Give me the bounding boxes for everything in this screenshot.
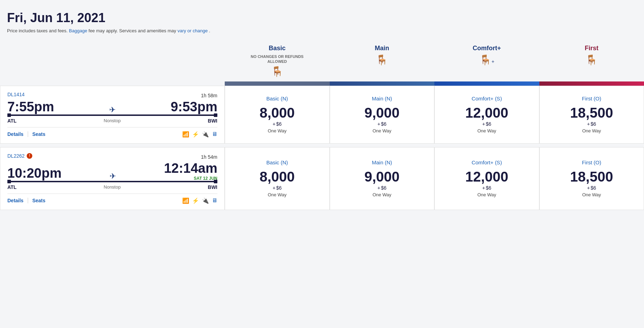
details-link-1[interactable]: Details <box>7 131 28 137</box>
stops-2: Nonstop <box>104 184 120 190</box>
warning-icon-2: ! <box>27 153 32 159</box>
one-way-2-comfort: One Way <box>477 192 496 197</box>
fare-class-2-main: Main (N) <box>372 159 392 165</box>
flight-number-1: DL1414 <box>7 92 25 97</box>
flight-route-1: ATL Nonstop BWI <box>7 114 217 124</box>
plus-fee-2-first: + $6 <box>587 185 596 191</box>
one-way-1-basic: One Way <box>268 128 287 133</box>
wifi-icon-2: 📶 <box>182 197 189 204</box>
one-way-1-first: One Way <box>582 128 601 133</box>
route-labels-1: ATL Nonstop BWI <box>7 118 217 124</box>
color-bar-basic <box>225 81 330 86</box>
price-note-mid: fee may apply. Services and amenities ma… <box>88 28 177 33</box>
details-link-2[interactable]: Details <box>7 198 28 203</box>
baggage-link[interactable]: Baggage <box>69 28 87 33</box>
times-row-1: 7:55pm ✈ 9:53pm <box>7 99 217 114</box>
col-header-basic: Basic NO CHANGES OR REFUNDSALLOWED 🪑 <box>225 40 330 81</box>
one-way-1-comfort: One Way <box>477 128 496 133</box>
screen-icon: 🖥 <box>212 131 217 138</box>
col-title-main: Main <box>333 45 432 52</box>
destination-2: BWI <box>208 184 217 190</box>
flight-footer-1: Details Seats 📶 ⚡ 🔌 🖥 <box>7 127 217 138</box>
price-cell-1-comfort[interactable]: Comfort+ (S) 12,000 + $6 One Way <box>434 86 539 144</box>
arrive-time-2: 12:14am <box>164 161 217 176</box>
miles-2-comfort: 12,000 <box>465 170 508 184</box>
one-way-2-basic: One Way <box>268 192 287 197</box>
color-bar-first <box>539 81 644 86</box>
depart-time-1: 7:55pm <box>7 99 54 114</box>
col-title-first: First <box>542 45 642 52</box>
price-note: Price includes taxes and fees. Baggage f… <box>7 28 637 33</box>
plane-icon-2: ✈ <box>61 172 164 181</box>
flight-number-row-1: DL1414 1h 58m <box>7 92 217 99</box>
price-cell-1-main[interactable]: Main (N) 9,000 + $6 One Way <box>330 86 435 144</box>
plus-fee-2-main: + $6 <box>377 185 387 191</box>
miles-2-main: 9,000 <box>364 170 400 184</box>
first-seat-icon: 🪑 <box>542 54 642 66</box>
price-cell-2-main[interactable]: Main (N) 9,000 + $6 One Way <box>330 147 435 210</box>
flight-info-2: DL2262 ! 1h 54m 10:20pm ✈ 12:14am SAT 12… <box>0 147 225 210</box>
fee-1-comfort: $6 <box>486 121 492 127</box>
flight-links-2: Details Seats <box>7 198 50 203</box>
seats-link-1[interactable]: Seats <box>28 131 50 137</box>
fare-class-1-basic: Basic (N) <box>266 96 288 101</box>
arrive-time-1: 9:53pm <box>171 99 217 114</box>
arrive-col-1: 9:53pm <box>171 99 217 114</box>
price-cell-1-basic[interactable]: Basic (N) 8,000 + $6 One Way <box>225 86 330 144</box>
price-note-end: . <box>209 28 210 33</box>
col-title-comfort: Comfort+ <box>437 45 537 52</box>
route-bar-1 <box>7 114 217 116</box>
header-section: Fri, Jun 11, 2021 Price includes taxes a… <box>0 7 644 40</box>
one-way-1-main: One Way <box>373 128 392 133</box>
color-bar-comfort <box>434 81 539 86</box>
price-note-start: Price includes taxes and fees. <box>7 28 68 33</box>
price-cell-2-first[interactable]: First (O) 18,500 + $6 One Way <box>539 147 644 210</box>
fare-class-1-comfort: Comfort+ (S) <box>472 96 502 101</box>
col-header-first: First 🪑 <box>539 40 644 81</box>
plane-icon-1: ✈ <box>54 105 171 114</box>
color-bar-main <box>330 81 435 86</box>
destination-1: BWI <box>208 118 217 124</box>
col-title-basic: Basic <box>228 45 327 52</box>
route-bar-2 <box>7 181 217 182</box>
col-note-basic: NO CHANGES OR REFUNDSALLOWED <box>228 54 327 64</box>
miles-1-main: 9,000 <box>364 106 400 120</box>
flight-footer-2: Details Seats 📶 ⚡ 🔌 🖥 <box>7 193 217 204</box>
col-header-main: Main 🪑 <box>330 40 435 81</box>
flight-number-row-2: DL2262 ! 1h 54m <box>7 153 217 161</box>
color-bar-empty <box>0 81 225 86</box>
fee-2-first: $6 <box>591 185 596 191</box>
flight-number-2: DL2262 ! <box>7 153 32 159</box>
fare-class-1-first: First (O) <box>582 96 601 101</box>
price-cell-2-comfort[interactable]: Comfort+ (S) 12,000 + $6 One Way <box>434 147 539 210</box>
power-icon: ⚡ <box>192 131 199 138</box>
fee-2-basic: $6 <box>276 185 282 191</box>
amenity-icons-1: 📶 ⚡ 🔌 🖥 <box>182 131 217 138</box>
plus-fee-1-comfort: + $6 <box>482 121 491 127</box>
main-grid: Basic NO CHANGES OR REFUNDSALLOWED 🪑 Mai… <box>0 40 644 210</box>
page-wrapper: Fri, Jun 11, 2021 Price includes taxes a… <box>0 0 644 328</box>
wifi-icon: 📶 <box>182 131 189 138</box>
flight-info-1: DL1414 1h 58m 7:55pm ✈ 9:53pm ATL Nonsto… <box>0 86 225 144</box>
price-cell-2-basic[interactable]: Basic (N) 8,000 + $6 One Way <box>225 147 330 210</box>
miles-1-basic: 8,000 <box>259 106 295 120</box>
fare-class-1-main: Main (N) <box>372 96 392 101</box>
miles-1-comfort: 12,000 <box>465 106 508 120</box>
flight-links-1: Details Seats <box>7 131 50 137</box>
plus-fee-2-basic: + $6 <box>272 185 282 191</box>
col-header-comfort: Comfort+ 🪑+ <box>434 40 539 81</box>
basic-seat-icon: 🪑 <box>228 66 327 77</box>
power-icon-2: ⚡ <box>192 197 199 204</box>
amenity-icons-2: 📶 ⚡ 🔌 🖥 <box>182 197 217 204</box>
plus-fee-1-basic: + $6 <box>272 121 282 127</box>
depart-time-2: 10:20pm <box>7 166 61 181</box>
flight-route-2: ATL Nonstop BWI <box>7 181 217 190</box>
date-title: Fri, Jun 11, 2021 <box>7 11 637 25</box>
price-cell-1-first[interactable]: First (O) 18,500 + $6 One Way <box>539 86 644 144</box>
fare-class-2-first: First (O) <box>582 159 601 165</box>
usb-icon-2: 🔌 <box>202 197 209 204</box>
seats-link-2[interactable]: Seats <box>28 198 50 203</box>
plus-fee-1-main: + $6 <box>377 121 387 127</box>
vary-link[interactable]: vary or change <box>177 28 208 33</box>
main-seat-icon: 🪑 <box>333 54 432 66</box>
